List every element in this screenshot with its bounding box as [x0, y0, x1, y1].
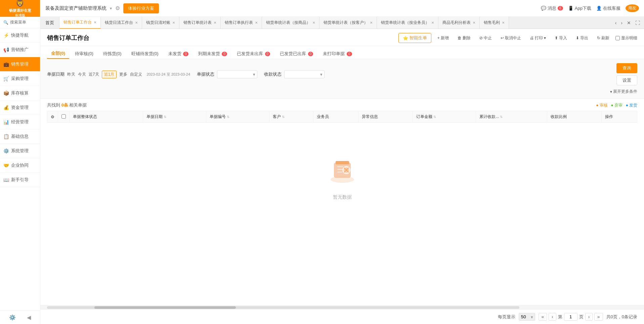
- col-cumulative[interactable]: 累计收款...⇅: [476, 111, 547, 123]
- tab-close-icon[interactable]: ✕: [473, 21, 475, 25]
- date-shortcut-7days[interactable]: 近7天: [89, 72, 99, 77]
- sidebar-item-quick-nav[interactable]: ⚡ 快捷导航: [0, 28, 40, 43]
- h-scrollbar[interactable]: [47, 306, 519, 309]
- page-first-button[interactable]: «: [539, 313, 547, 321]
- tab-prev-button[interactable]: ‹: [614, 19, 618, 26]
- sidebar-settings-icon[interactable]: ⚙️: [9, 314, 16, 321]
- table-settings-col[interactable]: ⚙: [47, 111, 58, 123]
- sidebar-item-enterprise[interactable]: 🤝 企业协同: [0, 158, 40, 173]
- status-select[interactable]: [217, 70, 257, 78]
- tab-close-icon[interactable]: ✕: [135, 21, 138, 25]
- tab-sales-stats-salesman[interactable]: 销货单统计表（按业务员） ✕: [377, 17, 438, 29]
- scrollbar-area[interactable]: [40, 305, 644, 309]
- tab-close-all-button[interactable]: ✕: [626, 19, 632, 26]
- payment-select[interactable]: [284, 70, 325, 78]
- tab-close-icon[interactable]: ✕: [431, 21, 434, 25]
- tab-close-icon[interactable]: ✕: [255, 21, 258, 25]
- query-button[interactable]: 查询: [616, 63, 637, 73]
- tab-close-icon[interactable]: ✕: [502, 21, 505, 25]
- tab-close-icon[interactable]: ✕: [312, 21, 315, 25]
- tab-sales-stats-customer[interactable]: 销货单统计表（按客户） ✕: [319, 17, 377, 29]
- import-button[interactable]: ⬆ 导入: [552, 34, 570, 42]
- col-amount[interactable]: 订单金额⇅: [413, 111, 476, 123]
- select-all-checkbox[interactable]: [61, 114, 66, 119]
- cancel-stop-button[interactable]: ↩ 取消中止: [498, 34, 524, 42]
- sub-tab-not-printed[interactable]: 未打印单据 0: [319, 49, 356, 58]
- header-settings-icon[interactable]: ⚙: [115, 5, 120, 11]
- per-page-select[interactable]: 50 100 200: [519, 313, 535, 321]
- page-number-input[interactable]: [564, 313, 577, 321]
- date-shortcut-today[interactable]: 今天: [78, 72, 86, 77]
- sidebar-item-purchase[interactable]: 🛒 采购管理: [0, 72, 40, 86]
- revoke-action-button[interactable]: ● 弃审: [611, 103, 622, 108]
- tab-close-icon[interactable]: ✕: [370, 21, 373, 25]
- smart-create-button[interactable]: ⭐ 智能生单: [398, 33, 431, 43]
- inventory-icon: 📦: [3, 90, 9, 96]
- date-shortcut-yesterday[interactable]: 昨天: [67, 72, 75, 77]
- print-button[interactable]: 🖨 打印 ▾: [527, 34, 549, 42]
- tab-close-icon[interactable]: ✕: [214, 21, 216, 25]
- sub-tab-shop-pending-ship[interactable]: 旺铺待发货(0): [127, 49, 163, 58]
- add-button[interactable]: + 新增: [435, 34, 452, 42]
- page-next-button[interactable]: ›: [585, 313, 593, 321]
- delete-button[interactable]: 🗑 删除: [455, 34, 473, 42]
- refresh-button[interactable]: ↻ 刷新: [594, 34, 612, 42]
- tab-cash-daily-reconcile[interactable]: 钱货日清对账 ✕: [142, 17, 179, 29]
- tab-sales-gross[interactable]: 销售毛利 ✕: [480, 17, 509, 29]
- sub-tab-overdue-ship[interactable]: 到期未发货 0: [194, 49, 231, 58]
- tab-close-icon[interactable]: ✕: [94, 21, 96, 24]
- tab-sales-order-stats[interactable]: 销售订单统计表 ✕: [179, 17, 221, 29]
- page-last-button[interactable]: »: [594, 313, 603, 321]
- page-prev-button[interactable]: ‹: [549, 313, 556, 321]
- stop-button[interactable]: ⊘ 中止: [477, 34, 495, 42]
- set-button[interactable]: 设置: [616, 75, 637, 85]
- ship-action-button[interactable]: ● 发货: [626, 103, 637, 108]
- sidebar-item-guide[interactable]: 📖 新手引导: [0, 173, 40, 187]
- sidebar-collapse-icon[interactable]: ◀: [27, 314, 31, 321]
- tab-label: 销售订单统计表: [183, 20, 212, 26]
- tab-home[interactable]: 首页: [40, 17, 59, 29]
- tab-sales-stats-product[interactable]: 销货单统计表（按商品） ✕: [262, 17, 319, 29]
- col-number[interactable]: 单据编号⇅: [206, 111, 269, 123]
- message-icon: 💬: [541, 6, 546, 11]
- audit-action-button[interactable]: ● 审核: [596, 103, 607, 108]
- h-scrollbar-thumb[interactable]: [94, 306, 236, 309]
- sidebar-search[interactable]: 🔍 搜索菜单: [0, 17, 40, 28]
- sidebar-item-finance[interactable]: 💰 资金管理: [0, 100, 40, 115]
- guide-icon: 📖: [3, 177, 9, 183]
- date-shortcut-more[interactable]: 更多: [119, 72, 127, 77]
- tab-sales-order-exec[interactable]: 销售订单执行表 ✕: [221, 17, 262, 29]
- show-detail-checkbox[interactable]: [615, 36, 620, 40]
- sidebar-item-system[interactable]: ⚙️ 系统管理: [0, 144, 40, 158]
- tab-gross-margin[interactable]: 商品毛利分析表 ✕: [438, 17, 480, 29]
- header-dropdown-icon[interactable]: ▾: [110, 6, 112, 11]
- tab-sales-order-workbench[interactable]: 销售订单工作台 ✕: [59, 17, 101, 29]
- export-button[interactable]: ⬇ 导出: [573, 34, 591, 42]
- sub-tab-shipped-not-out[interactable]: 已发货未出库 0: [233, 49, 274, 58]
- sidebar-item-marketing[interactable]: 📢 营销推广: [0, 43, 40, 57]
- sub-tab-not-shipped[interactable]: 未发货 0: [164, 49, 192, 58]
- col-customer[interactable]: 客户⇅: [269, 111, 313, 123]
- date-shortcut-1month[interactable]: 近1月: [102, 71, 117, 78]
- sub-tab-shipped-out[interactable]: 已发货已出库 0: [276, 49, 317, 58]
- sidebar-item-basic[interactable]: 📋 基础信息: [0, 129, 40, 144]
- sidebar-item-sales[interactable]: 💼 销售管理: [0, 57, 40, 72]
- sidebar-item-inventory[interactable]: 📦 库存核算: [0, 86, 40, 100]
- tab-next-button[interactable]: ›: [619, 19, 624, 26]
- date-shortcut-custom[interactable]: 自定义: [130, 72, 142, 77]
- sidebar-item-operation[interactable]: 📊 经营管理: [0, 115, 40, 129]
- sub-tab-pending-audit[interactable]: 待审核(0): [71, 49, 97, 58]
- online-service-button[interactable]: 👤 在线客服: [596, 5, 620, 11]
- col-date[interactable]: 单据日期⇅: [143, 111, 206, 123]
- app-download-button[interactable]: 📱 App下载: [568, 5, 591, 11]
- sub-tab-all[interactable]: 全部(0): [47, 49, 69, 59]
- industry-solution-button[interactable]: 体验行业方案: [123, 3, 159, 13]
- tab-cash-daily-workbench[interactable]: 钱货日清工作台 ✕: [101, 17, 142, 29]
- message-button[interactable]: 💬 消息 6: [541, 5, 563, 11]
- tab-maximize-button[interactable]: ⛶: [634, 19, 641, 26]
- user-avatar-button[interactable]: 用友: [626, 4, 639, 12]
- sub-tab-pending-pick[interactable]: 待拣货(0): [99, 49, 126, 58]
- col-salesman[interactable]: 业务员: [313, 111, 358, 123]
- expand-conditions-button[interactable]: ▾ 展开更多条件: [610, 89, 637, 94]
- tab-close-icon[interactable]: ✕: [172, 21, 175, 25]
